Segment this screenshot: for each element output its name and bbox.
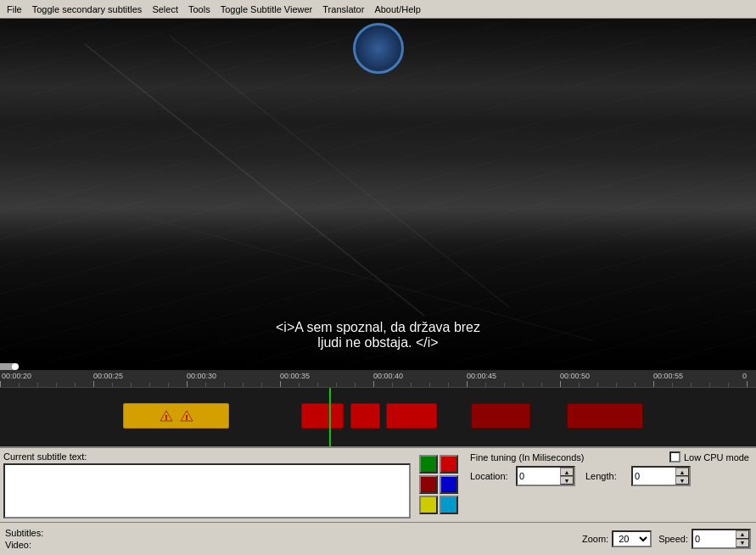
subtitle-text-box[interactable] bbox=[3, 463, 411, 519]
subtitles-label: Subtitles: bbox=[5, 528, 43, 538]
timeline-ruler: 00:00:20 00:00:25 00:00:30 00:00:35 00:0… bbox=[0, 370, 756, 387]
fine-tuning-section: Fine tuning (In Miliseconds) Low CPU mod… bbox=[467, 451, 753, 519]
time-label-40: 00:00:40 bbox=[373, 372, 403, 380]
zoom-dropdown[interactable]: 20 50 100 bbox=[612, 530, 652, 547]
timeline-area[interactable]: 00:00:20 00:00:25 00:00:30 00:00:35 00:0… bbox=[0, 370, 756, 446]
svg-text:!: ! bbox=[185, 413, 188, 422]
svg-line-0 bbox=[85, 44, 424, 316]
low-cpu-checkbox[interactable] bbox=[669, 451, 680, 462]
tick-mark-110 bbox=[93, 381, 94, 387]
location-up-btn[interactable]: ▲ bbox=[560, 468, 574, 476]
low-cpu-area: Low CPU mode bbox=[669, 451, 749, 462]
location-arrows: ▲ ▼ bbox=[560, 468, 574, 485]
low-cpu-label: Low CPU mode bbox=[684, 452, 749, 462]
color-btn-green[interactable] bbox=[419, 455, 438, 474]
zoom-select[interactable]: 20 50 100 bbox=[613, 532, 650, 546]
bottom-top-row: Current subtitle text: Fine tuning bbox=[0, 448, 756, 522]
tick-mark-330 bbox=[280, 381, 281, 387]
subtitle-line1: <i>A sem spoznal, da država brez bbox=[276, 320, 480, 335]
color-btn-yellow[interactable] bbox=[419, 496, 438, 514]
tick-mark-550 bbox=[467, 381, 468, 387]
subtitle-block-red-1[interactable] bbox=[301, 403, 344, 429]
fine-tuning-label: Fine tuning (In Miliseconds) bbox=[470, 452, 585, 462]
length-input[interactable] bbox=[633, 470, 675, 482]
bottom-panel: Current subtitle text: Fine tuning bbox=[0, 446, 756, 555]
location-spinbox[interactable]: ▲ ▼ bbox=[516, 466, 575, 486]
svg-text:!: ! bbox=[165, 413, 167, 422]
time-label-30: 00:00:30 bbox=[187, 372, 216, 380]
length-arrows: ▲ ▼ bbox=[675, 468, 689, 485]
menu-tools[interactable]: Tools bbox=[183, 3, 216, 16]
subtitle-line2: ljudi ne obstaja. </i> bbox=[276, 335, 480, 350]
playhead bbox=[329, 388, 331, 446]
speed-up-btn[interactable]: ▲ bbox=[736, 530, 749, 539]
tick-mark-660 bbox=[560, 381, 561, 387]
tick-mark-0 bbox=[0, 381, 1, 387]
video-area: <i>A sem spoznal, da država brez ljudi n… bbox=[0, 19, 756, 363]
svg-line-1 bbox=[170, 36, 509, 307]
location-row: Location: ▲ ▼ Length: ▲ ▼ bbox=[470, 466, 749, 486]
tick-mark-770 bbox=[653, 381, 654, 387]
warning-icon-1: ! bbox=[160, 410, 173, 422]
video-label: Video: bbox=[5, 540, 43, 550]
speed-spinbox[interactable]: ▲ ▼ bbox=[692, 529, 751, 549]
location-down-btn[interactable]: ▼ bbox=[560, 476, 574, 485]
subtitle-block-yellow-1[interactable]: ! ! bbox=[123, 403, 229, 429]
menubar: File Toggle secondary subtitles Select T… bbox=[0, 0, 756, 19]
video-content bbox=[0, 19, 756, 363]
length-up-btn[interactable]: ▲ bbox=[675, 468, 689, 476]
menu-select[interactable]: Select bbox=[147, 3, 183, 16]
video-lines-svg bbox=[0, 19, 756, 363]
subtitle-text-section: Current subtitle text: bbox=[3, 451, 411, 519]
tick-mark-440 bbox=[373, 381, 374, 387]
bottom-status-row: Subtitles: Video: Zoom: 20 50 100 Speed: bbox=[0, 522, 756, 555]
color-btn-red[interactable] bbox=[440, 455, 458, 474]
warning-icon-2: ! bbox=[180, 410, 193, 422]
time-label-50: 00:00:50 bbox=[560, 372, 590, 380]
time-label-35: 00:00:35 bbox=[280, 372, 310, 380]
zoom-label: Zoom: bbox=[582, 534, 608, 544]
subtitle-block-red-3[interactable] bbox=[386, 403, 437, 429]
speed-label: Speed: bbox=[658, 534, 688, 544]
progress-area[interactable] bbox=[0, 363, 756, 370]
subtitle-block-darkred-1[interactable] bbox=[471, 403, 530, 429]
speed-input[interactable] bbox=[693, 533, 736, 545]
zoom-control-row: Zoom: 20 50 100 bbox=[582, 530, 652, 547]
menu-about-help[interactable]: About/Help bbox=[369, 3, 425, 16]
svg-line-2 bbox=[42, 188, 594, 341]
time-label-end: 0 bbox=[742, 372, 747, 380]
time-label-45: 00:00:45 bbox=[467, 372, 496, 380]
menu-file[interactable]: File bbox=[2, 3, 27, 16]
menu-toggle-secondary[interactable]: Toggle secondary subtitles bbox=[27, 3, 148, 16]
timeline-track[interactable]: ! ! bbox=[0, 387, 756, 446]
length-label: Length: bbox=[585, 471, 628, 481]
color-btn-cyan[interactable] bbox=[440, 496, 458, 514]
length-spinbox[interactable]: ▲ ▼ bbox=[631, 466, 691, 486]
location-input[interactable] bbox=[518, 470, 560, 482]
subtitle-overlay: <i>A sem spoznal, da država brez ljudi n… bbox=[276, 320, 480, 350]
speed-down-btn[interactable]: ▼ bbox=[736, 539, 749, 547]
color-buttons bbox=[416, 451, 462, 519]
subtitle-block-darkred-2[interactable] bbox=[567, 403, 643, 429]
right-controls: Zoom: 20 50 100 Speed: ▲ ▼ bbox=[582, 529, 751, 549]
color-row-2 bbox=[419, 475, 458, 494]
time-label-25: 00:00:25 bbox=[93, 372, 123, 380]
tick-mark-220 bbox=[187, 381, 188, 387]
color-btn-darkred[interactable] bbox=[419, 475, 438, 494]
tick-mark-880 bbox=[747, 381, 748, 387]
length-down-btn[interactable]: ▼ bbox=[675, 476, 689, 485]
location-label: Location: bbox=[470, 471, 512, 481]
menu-translator[interactable]: Translator bbox=[317, 3, 369, 16]
time-label-20: 00:00:20 bbox=[2, 372, 31, 380]
subtitle-text-label: Current subtitle text: bbox=[3, 451, 411, 462]
fine-tuning-header: Fine tuning (In Miliseconds) Low CPU mod… bbox=[470, 451, 749, 462]
speed-arrows: ▲ ▼ bbox=[736, 530, 749, 547]
color-btn-blue[interactable] bbox=[440, 475, 458, 494]
left-status: Subtitles: Video: bbox=[5, 528, 43, 550]
color-row-3 bbox=[419, 496, 458, 514]
menu-toggle-viewer[interactable]: Toggle Subtitle Viewer bbox=[216, 3, 318, 16]
subtitle-block-red-2[interactable] bbox=[350, 403, 380, 429]
time-label-55: 00:00:55 bbox=[653, 372, 683, 380]
color-row-1 bbox=[419, 455, 458, 474]
progress-dot bbox=[12, 363, 19, 370]
